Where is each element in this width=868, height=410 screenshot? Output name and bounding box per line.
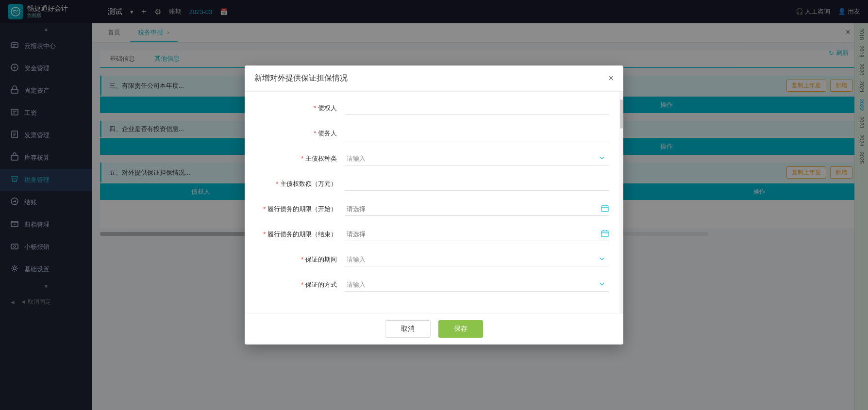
- obligation-end-label: * 履行债务的期限（结束）: [259, 230, 337, 239]
- form-row-creditor: * 债权人: [259, 101, 609, 115]
- credit-amount-required-mark: *: [276, 180, 278, 187]
- dialog-body: * 债权人 * 债务人 * 主债权种类: [245, 92, 623, 313]
- modal-overlay: 新增对外提供保证担保情况 × * 债权人 * 债务人: [0, 0, 868, 410]
- form-row-obligation-end: * 履行债务的期限（结束）: [259, 228, 609, 241]
- dialog-header: 新增对外提供保证担保情况 ×: [245, 66, 623, 92]
- guarantee-period-select-wrapper: 请输入: [345, 253, 609, 266]
- obligation-start-input[interactable]: [345, 202, 601, 215]
- obligation-start-date-wrapper: [345, 202, 609, 216]
- guarantee-method-select-wrapper: 请输入: [345, 278, 609, 292]
- credit-amount-label: * 主债权数额（万元）: [259, 180, 337, 188]
- guarantee-method-label-text: 保证的方式: [305, 281, 337, 288]
- guarantee-method-label: * 保证的方式: [259, 280, 337, 289]
- credit-type-select[interactable]: 请输入: [345, 152, 609, 165]
- debtor-label-text: 债务人: [318, 130, 337, 137]
- dialog-scrollbar-track: [619, 92, 623, 313]
- creditor-label: * 债权人: [259, 104, 337, 113]
- obligation-start-required-mark: *: [263, 205, 266, 213]
- form-row-debtor: * 债务人: [259, 127, 609, 140]
- dialog-scrollbar-thumb: [620, 99, 623, 129]
- obligation-end-label-text: 履行债务的期限（结束）: [267, 230, 337, 238]
- guarantee-period-label: * 保证的期间: [259, 255, 337, 264]
- dialog: 新增对外提供保证担保情况 × * 债权人 * 债务人: [245, 66, 623, 344]
- obligation-end-date-wrapper: [345, 228, 609, 241]
- creditor-required-mark: *: [314, 104, 316, 112]
- form-row-guarantee-period: * 保证的期间 请输入: [259, 253, 609, 266]
- save-button[interactable]: 保存: [438, 320, 483, 338]
- debtor-input[interactable]: [345, 127, 609, 140]
- dialog-title: 新增对外提供保证担保情况: [254, 73, 348, 83]
- guarantee-method-required-mark: *: [301, 281, 303, 288]
- form-row-credit-type: * 主债权种类 请输入: [259, 152, 609, 165]
- form-row-obligation-start: * 履行债务的期限（开始）: [259, 202, 609, 216]
- credit-type-label-text: 主债权种类: [305, 155, 337, 162]
- obligation-start-label: * 履行债务的期限（开始）: [259, 205, 337, 213]
- form-row-guarantee-method: * 保证的方式 请输入: [259, 278, 609, 292]
- obligation-start-calendar-icon[interactable]: [601, 204, 609, 213]
- guarantee-period-select[interactable]: 请输入: [345, 253, 609, 266]
- obligation-start-label-text: 履行债务的期限（开始）: [267, 205, 337, 213]
- obligation-end-calendar-icon[interactable]: [601, 230, 609, 239]
- cancel-button[interactable]: 取消: [385, 320, 431, 338]
- guarantee-period-label-text: 保证的期间: [305, 256, 337, 263]
- debtor-label: * 债务人: [259, 129, 337, 138]
- credit-type-select-wrapper: 请输入: [345, 152, 609, 165]
- credit-type-label: * 主债权种类: [259, 154, 337, 163]
- credit-amount-input[interactable]: [345, 177, 609, 191]
- svg-rect-13: [601, 231, 608, 237]
- credit-type-required-mark: *: [301, 155, 303, 162]
- obligation-end-input[interactable]: [345, 228, 601, 241]
- debtor-required-mark: *: [314, 130, 316, 137]
- obligation-end-required-mark: *: [263, 230, 266, 238]
- creditor-label-text: 债权人: [318, 104, 337, 112]
- guarantee-method-select[interactable]: 请输入: [345, 278, 609, 291]
- form-row-credit-amount: * 主债权数额（万元）: [259, 177, 609, 191]
- dialog-close-button[interactable]: ×: [608, 73, 614, 83]
- credit-amount-label-text: 主债权数额（万元）: [280, 180, 337, 187]
- creditor-input[interactable]: [345, 101, 609, 115]
- guarantee-period-required-mark: *: [301, 256, 303, 263]
- svg-rect-12: [601, 206, 608, 212]
- dialog-footer: 取消 保存: [245, 313, 623, 344]
